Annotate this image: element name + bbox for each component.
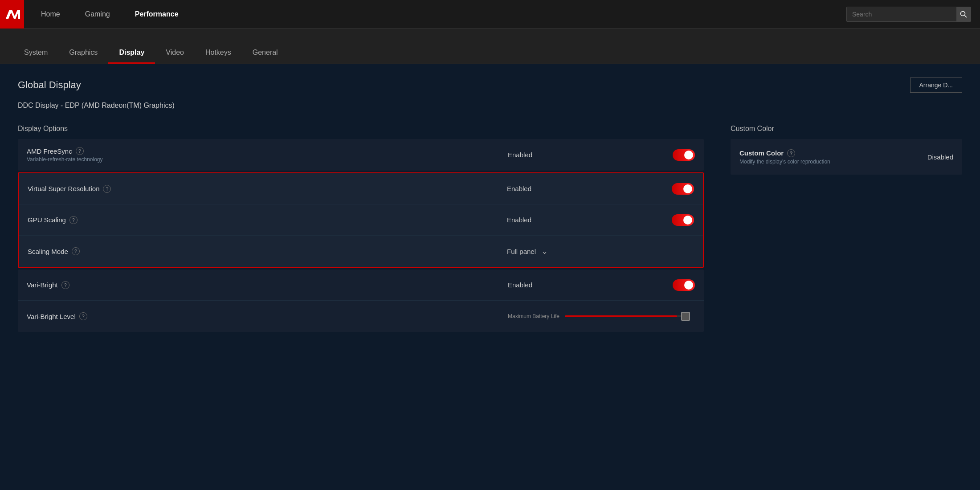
vsr-value-wrap: Enabled xyxy=(507,183,694,195)
vari-bright-label: Vari-Bright ? xyxy=(27,281,508,289)
gpu-scaling-label: GPU Scaling ? xyxy=(28,216,507,224)
freesync-label-wrap: AMD FreeSync ? Variable-refresh-rate tec… xyxy=(27,147,508,163)
highlight-box: Virtual Super Resolution ? Enabled xyxy=(18,172,704,268)
vsr-row: Virtual Super Resolution ? Enabled xyxy=(19,173,703,204)
nav-gaming[interactable]: Gaming xyxy=(73,0,122,29)
freesync-group: AMD FreeSync ? Variable-refresh-rate tec… xyxy=(18,139,704,171)
nav-home[interactable]: Home xyxy=(29,0,73,29)
vari-bright-value: Enabled xyxy=(508,281,552,289)
custom-color-sublabel: Modify the display's color reproduction xyxy=(739,159,900,165)
vari-bright-help[interactable]: ? xyxy=(61,281,69,289)
amd-logo xyxy=(0,0,24,29)
vsr-value: Enabled xyxy=(507,185,551,192)
vari-bright-slider-track[interactable] xyxy=(565,315,690,317)
freesync-sublabel: Variable-refresh-rate technology xyxy=(27,156,508,163)
tab-hotkeys[interactable]: Hotkeys xyxy=(195,28,242,64)
tab-graphics[interactable]: Graphics xyxy=(58,28,108,64)
scaling-mode-help[interactable]: ? xyxy=(72,247,80,255)
tab-general[interactable]: General xyxy=(242,28,289,64)
gpu-scaling-toggle[interactable] xyxy=(672,214,694,226)
gpu-scaling-toggle-knob xyxy=(683,216,692,225)
freesync-label: AMD FreeSync ? xyxy=(27,147,508,155)
vari-bright-level-value-wrap: Maximum Battery Life xyxy=(508,313,695,319)
custom-color-title: Custom Color xyxy=(731,125,962,133)
chevron-down-icon: ⌄ xyxy=(541,246,548,256)
vsr-label: Virtual Super Resolution ? xyxy=(28,185,507,193)
gpu-scaling-row: GPU Scaling ? Enabled xyxy=(19,204,703,236)
vsr-toggle[interactable] xyxy=(672,183,694,195)
scaling-mode-dropdown[interactable]: Full panel ⌄ xyxy=(507,246,548,256)
freesync-toggle[interactable] xyxy=(673,149,695,161)
tab-video[interactable]: Video xyxy=(155,28,195,64)
display-device-label: DDC Display - EDP (AMD Radeon(TM) Graphi… xyxy=(18,102,962,110)
svg-point-0 xyxy=(961,11,965,16)
custom-color-value: Disabled xyxy=(900,153,953,161)
display-options-title: Display Options xyxy=(18,125,704,133)
search-button[interactable] xyxy=(956,7,971,21)
gpu-scaling-value-wrap: Enabled xyxy=(507,214,694,226)
nav-performance[interactable]: Performance xyxy=(122,0,191,29)
svg-line-1 xyxy=(965,15,967,17)
custom-color-label-wrap: Custom Color ? Modify the display's colo… xyxy=(739,149,900,165)
top-nav-links: Home Gaming Performance xyxy=(29,0,191,29)
freesync-value-wrap: Enabled xyxy=(508,149,695,161)
vari-bright-row: Vari-Bright ? Enabled xyxy=(18,270,704,301)
custom-color-label: Custom Color ? xyxy=(739,149,900,157)
freesync-value: Enabled xyxy=(508,151,552,159)
gpu-scaling-value: Enabled xyxy=(507,216,551,224)
page-header: Global Display Arrange D... xyxy=(18,78,962,93)
scaling-mode-label-wrap: Scaling Mode ? xyxy=(28,247,507,255)
gpu-scaling-label-wrap: GPU Scaling ? xyxy=(28,216,507,224)
second-nav: System Graphics Display Video Hotkeys Ge… xyxy=(0,29,980,64)
vari-bright-toggle[interactable] xyxy=(673,279,695,291)
scaling-mode-label: Scaling Mode ? xyxy=(28,247,507,255)
vari-bright-group: Vari-Bright ? Enabled xyxy=(18,270,704,332)
vari-bright-toggle-knob xyxy=(684,281,693,290)
custom-color-section: Custom Color ? Modify the display's colo… xyxy=(731,139,962,175)
vari-bright-slider-wrap: Maximum Battery Life xyxy=(508,313,695,319)
search-box xyxy=(846,7,971,22)
vari-bright-value-wrap: Enabled xyxy=(508,279,695,291)
content-columns: Display Options AMD FreeSync ? Variable-… xyxy=(18,120,962,334)
top-nav: Home Gaming Performance xyxy=(0,0,980,29)
vari-bright-level-row: Vari-Bright Level ? Maximum Battery Life xyxy=(18,301,704,332)
vari-bright-level-help[interactable]: ? xyxy=(79,312,87,320)
custom-color-help[interactable]: ? xyxy=(787,149,795,157)
arrange-button[interactable]: Arrange D... xyxy=(910,78,962,93)
vari-bright-slider-fill xyxy=(565,315,677,317)
main-content: Global Display Arrange D... DDC Display … xyxy=(0,64,980,490)
vari-bright-level-value: Maximum Battery Life xyxy=(508,313,559,319)
freesync-toggle-knob xyxy=(684,151,693,159)
custom-color-row: Custom Color ? Modify the display's colo… xyxy=(731,139,962,175)
vari-bright-level-label-wrap: Vari-Bright Level ? xyxy=(27,312,508,320)
search-input[interactable] xyxy=(852,11,956,18)
vsr-toggle-knob xyxy=(683,184,692,193)
vari-bright-slider-thumb[interactable] xyxy=(681,312,690,321)
scaling-mode-value-wrap: Full panel ⌄ xyxy=(507,246,694,256)
scaling-mode-value: Full panel xyxy=(507,248,536,255)
tab-system[interactable]: System xyxy=(13,28,58,64)
column-left: Display Options AMD FreeSync ? Variable-… xyxy=(18,120,704,334)
gpu-scaling-help[interactable]: ? xyxy=(69,216,78,224)
tab-display[interactable]: Display xyxy=(108,28,155,64)
scaling-mode-row: Scaling Mode ? Full panel ⌄ xyxy=(19,236,703,267)
page-title: Global Display xyxy=(18,79,81,91)
freesync-help[interactable]: ? xyxy=(76,147,84,155)
vsr-help[interactable]: ? xyxy=(103,185,111,193)
freesync-row: AMD FreeSync ? Variable-refresh-rate tec… xyxy=(18,139,704,171)
vari-bright-level-label: Vari-Bright Level ? xyxy=(27,312,508,320)
vari-bright-label-wrap: Vari-Bright ? xyxy=(27,281,508,289)
vsr-label-wrap: Virtual Super Resolution ? xyxy=(28,185,507,193)
column-right: Custom Color Custom Color ? Modify the d… xyxy=(731,120,962,334)
